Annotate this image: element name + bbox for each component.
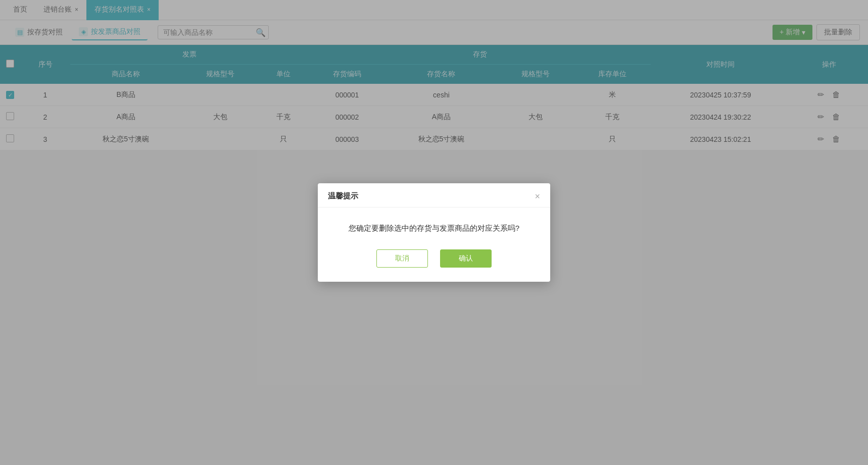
- modal-overlay: 温馨提示 × 您确定要删除选中的存货与发票商品的对应关系吗? 取消 确认: [0, 0, 868, 150]
